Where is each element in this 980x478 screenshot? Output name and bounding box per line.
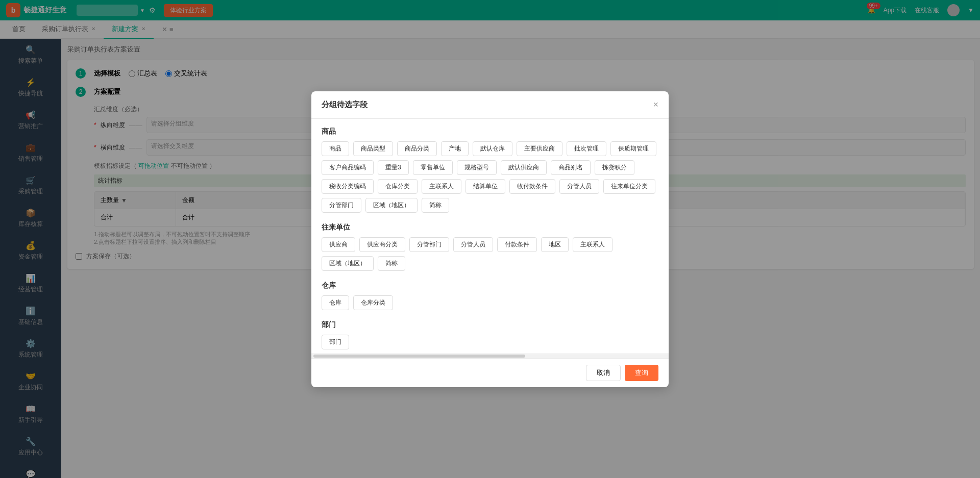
field-tag-goods-type[interactable]: 商品类型 (353, 141, 393, 156)
field-tag-region[interactable]: 区域（地区） (365, 198, 418, 213)
field-tag-tax-code[interactable]: 税收分类编码 (322, 179, 374, 194)
field-group-department: 部门 部门 (322, 320, 658, 349)
field-group-department-title: 部门 (322, 320, 658, 330)
field-tag-region2[interactable]: 区域（地区） (322, 256, 374, 271)
field-tags-warehouse: 仓库 仓库分类 (322, 295, 658, 310)
field-group-warehouse: 仓库 仓库 仓库分类 (322, 281, 658, 310)
modal-footer: 取消 查询 (311, 358, 669, 387)
modal-title: 分组待选字段 (322, 100, 368, 110)
field-tag-customer-code[interactable]: 客户商品编码 (322, 160, 374, 175)
field-select-modal: 分组待选字段 × 商品 商品 商品类型 商品分类 产地 默认仓库 主要供应商 批… (311, 91, 669, 387)
field-group-goods: 商品 商品 商品类型 商品分类 产地 默认仓库 主要供应商 批次管理 保质期管理… (322, 127, 658, 213)
field-tag-manager[interactable]: 分管人员 (559, 179, 599, 194)
field-tag-manage-dept[interactable]: 分管部门 (409, 237, 449, 252)
modal-horizontal-scrollbar[interactable] (311, 354, 669, 358)
field-tag-payment-terms[interactable]: 收付款条件 (509, 179, 555, 194)
modal-overlay: 分组待选字段 × 商品 商品 商品类型 商品分类 产地 默认仓库 主要供应商 批… (0, 0, 980, 478)
field-tag-shelf-life[interactable]: 保质期管理 (610, 141, 656, 156)
modal-header: 分组待选字段 × (311, 91, 669, 119)
field-tag-origin[interactable]: 产地 (441, 141, 469, 156)
field-tag-goods-category[interactable]: 商品分类 (397, 141, 437, 156)
modal-cancel-button[interactable]: 取消 (586, 365, 621, 381)
field-tag-department[interactable]: 部门 (322, 335, 349, 349)
field-tags-goods: 商品 商品类型 商品分类 产地 默认仓库 主要供应商 批次管理 保质期管理 客户… (322, 141, 658, 213)
field-tag-retail-unit[interactable]: 零售单位 (413, 160, 453, 175)
field-group-goods-title: 商品 (322, 127, 658, 136)
field-tag-short-name2[interactable]: 简称 (378, 256, 405, 271)
field-tag-default-warehouse[interactable]: 默认仓库 (473, 141, 512, 156)
field-tag-warehouse-category[interactable]: 仓库分类 (378, 179, 418, 194)
field-tag-warehouse[interactable]: 仓库 (322, 295, 349, 310)
field-tag-payment-condition[interactable]: 付款条件 (497, 237, 537, 252)
field-tags-counterpart: 供应商 供应商分类 分管部门 分管人员 付款条件 地区 主联系人 区域（地区） … (322, 237, 658, 271)
field-tag-main-contact[interactable]: 主联系人 (422, 179, 461, 194)
field-group-counterpart-title: 往来单位 (322, 223, 658, 232)
modal-body: 商品 商品 商品类型 商品分类 产地 默认仓库 主要供应商 批次管理 保质期管理… (311, 119, 669, 354)
field-tag-spec-model[interactable]: 规格型号 (457, 160, 497, 175)
field-tag-main-contact2[interactable]: 主联系人 (573, 237, 612, 252)
field-tag-counterpart-category[interactable]: 往来单位分类 (603, 179, 655, 194)
field-tag-main-supplier[interactable]: 主要供应商 (517, 141, 562, 156)
field-tag-supplier-category[interactable]: 供应商分类 (359, 237, 405, 252)
field-tag-dept[interactable]: 分管部门 (322, 198, 361, 213)
field-tag-manage-person[interactable]: 分管人员 (453, 237, 493, 252)
modal-hscroll-thumb (313, 355, 525, 358)
modal-confirm-button[interactable]: 查询 (625, 365, 658, 381)
field-tag-goods-alias[interactable]: 商品别名 (551, 160, 591, 175)
field-tag-area[interactable]: 地区 (541, 237, 569, 252)
field-tag-warehouse-cat[interactable]: 仓库分类 (353, 295, 393, 310)
modal-close-button[interactable]: × (653, 99, 658, 110)
field-tag-default-supplier[interactable]: 默认供应商 (501, 160, 547, 175)
field-tags-department: 部门 (322, 335, 658, 349)
field-group-warehouse-title: 仓库 (322, 281, 658, 290)
field-tag-weight[interactable]: 重量3 (378, 160, 409, 175)
field-group-counterpart: 往来单位 供应商 供应商分类 分管部门 分管人员 付款条件 地区 主联系人 区域… (322, 223, 658, 271)
field-tag-short-name[interactable]: 简称 (422, 198, 449, 213)
field-tag-goods-item[interactable]: 商品 (322, 141, 349, 156)
field-tag-batch[interactable]: 批次管理 (567, 141, 606, 156)
field-tag-supplier[interactable]: 供应商 (322, 237, 355, 252)
field-tag-pick-points[interactable]: 拣货积分 (595, 160, 634, 175)
field-tag-settlement-unit[interactable]: 结算单位 (465, 179, 505, 194)
